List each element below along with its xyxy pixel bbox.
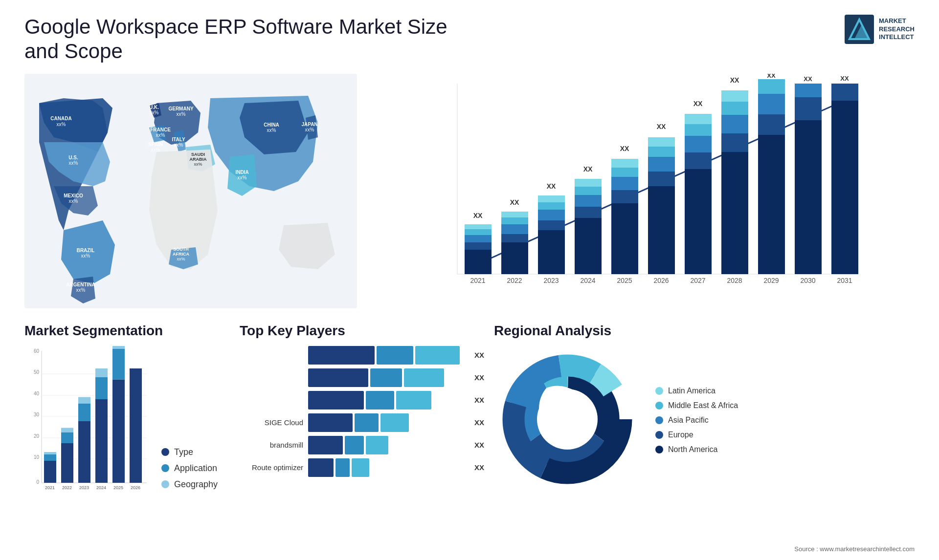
svg-rect-64	[575, 187, 602, 195]
donut-chart	[494, 346, 641, 495]
player-row-3: XX	[240, 391, 484, 409]
app-dot	[161, 464, 169, 472]
bottom-section: Market Segmentation 60 50 40 30 20 10	[24, 323, 915, 533]
svg-rect-47	[501, 242, 528, 274]
legend-asia-pacific: Asia Pacific	[655, 416, 738, 425]
player-bar-3	[308, 391, 467, 409]
svg-text:BRAZIL: BRAZIL	[77, 248, 95, 253]
svg-rect-43	[465, 229, 492, 235]
svg-text:XX: XX	[693, 100, 703, 108]
svg-text:xx%: xx%	[177, 111, 186, 117]
svg-text:2028: 2028	[727, 277, 742, 284]
svg-rect-69	[611, 190, 638, 203]
svg-rect-83	[685, 152, 712, 169]
players-bars: XX XX	[240, 346, 484, 477]
svg-rect-135	[78, 397, 90, 404]
bar-seg-5a	[308, 436, 343, 454]
svg-rect-63	[575, 195, 602, 207]
svg-text:XX: XX	[730, 76, 739, 84]
bar-seg-5b	[345, 436, 364, 454]
svg-text:2026: 2026	[653, 277, 669, 284]
logo-icon	[845, 15, 874, 44]
bar-seg-1a	[308, 346, 375, 365]
svg-rect-51	[501, 212, 528, 217]
svg-text:2027: 2027	[690, 277, 705, 284]
svg-point-152	[537, 389, 598, 450]
svg-rect-40	[465, 250, 492, 274]
player-bar-6	[308, 458, 467, 477]
svg-rect-57	[538, 202, 565, 210]
player-bar-5	[308, 436, 467, 454]
bar-seg-4a	[308, 413, 353, 432]
svg-text:xx%: xx%	[156, 132, 165, 138]
svg-rect-142	[112, 348, 125, 379]
svg-rect-55	[538, 220, 565, 230]
svg-rect-54	[538, 230, 565, 274]
mea-dot	[655, 402, 663, 409]
svg-rect-141	[112, 379, 125, 483]
player-value-5: XX	[474, 441, 484, 449]
svg-text:XX: XX	[620, 145, 629, 152]
svg-text:CHINA: CHINA	[264, 122, 279, 128]
svg-text:xx%: xx%	[194, 162, 202, 167]
svg-rect-72	[611, 159, 638, 168]
bar-seg-2a	[308, 368, 368, 387]
bar-seg-5c	[366, 436, 388, 454]
regional-title: Regional Analysis	[494, 323, 915, 339]
svg-rect-131	[61, 428, 73, 432]
svg-rect-92	[721, 102, 748, 115]
svg-text:XX: XX	[804, 75, 812, 83]
bar-seg-6c	[352, 458, 369, 477]
svg-rect-102	[795, 120, 822, 274]
player-bar-1	[308, 346, 467, 365]
svg-rect-41	[465, 242, 492, 250]
player-name-6: Route optimizer	[240, 463, 303, 472]
svg-rect-42	[465, 235, 492, 242]
segmentation-panel: Market Segmentation 60 50 40 30 20 10	[24, 323, 230, 533]
svg-rect-79	[648, 137, 675, 147]
svg-text:CANADA: CANADA	[50, 116, 71, 121]
main-title: Google Workspace ERP Software Market Siz…	[24, 15, 465, 64]
svg-rect-76	[648, 172, 675, 186]
svg-rect-143	[112, 346, 125, 349]
svg-text:xx%: xx%	[267, 128, 276, 133]
svg-rect-139	[95, 368, 108, 377]
svg-text:SAUDI: SAUDI	[191, 152, 205, 157]
svg-rect-108	[831, 84, 858, 101]
svg-rect-90	[721, 133, 748, 152]
legend-mea: Middle East & Africa	[655, 401, 738, 410]
regional-legend: Latin America Middle East & Africa Asia …	[655, 387, 738, 454]
legend-application: Application	[161, 463, 218, 474]
svg-text:XX: XX	[767, 74, 776, 79]
bar-seg-4c	[380, 413, 409, 432]
seg-svg: 60 50 40 30 20 10 0	[24, 346, 152, 504]
svg-text:2021: 2021	[45, 485, 55, 490]
svg-text:MEXICO: MEXICO	[64, 193, 83, 198]
bar-seg-3a	[308, 391, 364, 409]
svg-rect-82	[685, 169, 712, 274]
player-value-6: XX	[474, 463, 484, 472]
logo-text: MARKET RESEARCH INTELLECT	[879, 17, 915, 42]
logo: MARKET RESEARCH INTELLECT	[845, 15, 915, 44]
svg-text:2025: 2025	[617, 277, 632, 284]
svg-text:xx%: xx%	[177, 257, 185, 261]
svg-rect-49	[501, 224, 528, 234]
source-text: Source : www.marketresearchintellect.com	[794, 545, 915, 553]
svg-rect-65	[575, 179, 602, 187]
player-value-1: XX	[474, 351, 484, 359]
player-row-4: SIGE Cloud XX	[240, 413, 484, 432]
svg-rect-98	[758, 94, 785, 114]
svg-rect-96	[758, 135, 785, 274]
europe-dot	[655, 431, 663, 439]
player-row-6: Route optimizer XX	[240, 458, 484, 477]
svg-rect-56	[538, 210, 565, 220]
svg-rect-58	[538, 195, 565, 202]
bar-seg-2c	[404, 368, 444, 387]
svg-rect-134	[78, 404, 90, 421]
svg-text:0: 0	[36, 479, 39, 485]
svg-rect-127	[44, 452, 56, 454]
svg-rect-97	[758, 114, 785, 135]
svg-text:xx%: xx%	[81, 253, 90, 258]
svg-rect-75	[648, 186, 675, 274]
svg-rect-77	[648, 157, 675, 172]
